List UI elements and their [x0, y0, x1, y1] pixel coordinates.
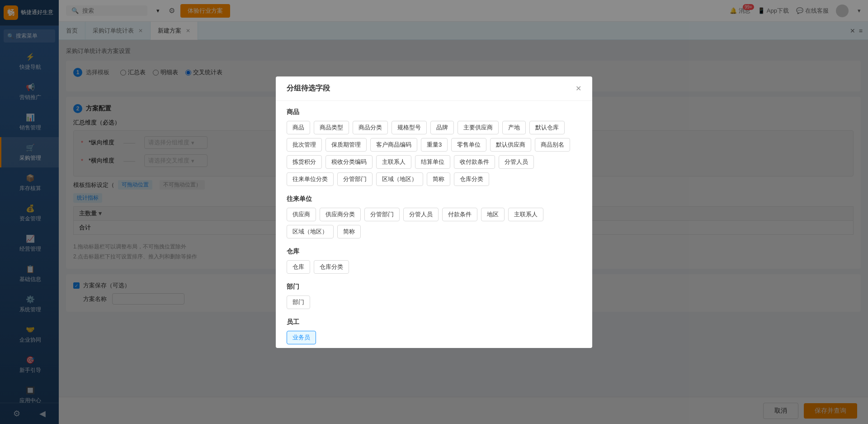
field-tag[interactable]: 仓库 — [287, 260, 310, 274]
modal-close-icon[interactable]: ✕ — [576, 84, 581, 93]
warehouse-tags: 仓库仓库分类 — [287, 260, 581, 274]
field-tag[interactable]: 客户商品编码 — [370, 138, 417, 152]
field-tag[interactable]: 简称 — [427, 172, 450, 186]
field-tag[interactable]: 默认仓库 — [529, 121, 565, 134]
field-tag[interactable]: 结算单位 — [415, 155, 450, 169]
field-tag[interactable]: 仓库分类 — [454, 172, 489, 186]
field-tag[interactable]: 部门 — [287, 295, 310, 309]
modal-overlay: 分组待选字段 ✕ 商品 商品商品类型商品分类规格型号品牌主要供应商产地默认仓库批… — [0, 0, 868, 424]
section-title-partner: 往来单位 — [287, 195, 581, 203]
field-section-dept: 部门 部门 — [287, 283, 581, 309]
field-tag[interactable]: 付款条件 — [442, 208, 477, 221]
section-title-employee: 员工 — [287, 318, 581, 326]
field-tag[interactable]: 重量3 — [421, 138, 448, 152]
field-tag[interactable]: 供应商分类 — [320, 208, 361, 221]
dept-tags: 部门 — [287, 295, 581, 309]
field-tag[interactable]: 规格型号 — [392, 121, 427, 134]
field-tag[interactable]: 往来单位分类 — [287, 172, 334, 186]
field-tag[interactable]: 拣货积分 — [287, 155, 322, 169]
modal-body[interactable]: 商品 商品商品类型商品分类规格型号品牌主要供应商产地默认仓库批次管理保质期管理客… — [276, 101, 592, 348]
field-tag[interactable]: 商品类型 — [314, 121, 349, 134]
field-tag[interactable]: 品牌 — [430, 121, 454, 134]
field-tag[interactable]: 分管人员 — [499, 155, 534, 169]
field-tag[interactable]: 分管部门 — [364, 208, 400, 221]
field-section-employee: 员工 业务员 — [287, 318, 581, 344]
section-title-warehouse: 仓库 — [287, 248, 581, 256]
field-tag[interactable]: 税收分类编码 — [326, 155, 373, 169]
field-tag[interactable]: 区域（地区） — [287, 225, 334, 238]
field-tag[interactable]: 商品 — [287, 121, 310, 134]
field-tag[interactable]: 零售单位 — [451, 138, 486, 152]
field-section-warehouse: 仓库 仓库仓库分类 — [287, 248, 581, 274]
field-tag[interactable]: 供应商 — [287, 208, 316, 221]
field-tag[interactable]: 主联系人 — [376, 155, 411, 169]
field-tag[interactable]: 主联系人 — [508, 208, 543, 221]
field-tag[interactable]: 简称 — [337, 225, 361, 238]
field-tag[interactable]: 收付款条件 — [454, 155, 495, 169]
field-tag[interactable]: 商品别名 — [535, 138, 570, 152]
field-tag[interactable]: 产地 — [502, 121, 526, 134]
field-tag[interactable]: 地区 — [481, 208, 505, 221]
field-section-partner: 往来单位 供应商供应商分类分管部门分管人员付款条件地区主联系人区域（地区）简称 — [287, 195, 581, 238]
field-tag[interactable]: 批次管理 — [287, 138, 322, 152]
modal-header: 分组待选字段 ✕ — [276, 76, 592, 101]
partner-tags: 供应商供应商分类分管部门分管人员付款条件地区主联系人区域（地区）简称 — [287, 208, 581, 238]
field-tag[interactable]: 商品分类 — [353, 121, 388, 134]
section-title-dept: 部门 — [287, 283, 581, 291]
field-tag[interactable]: 分管人员 — [403, 208, 439, 221]
section-title-goods: 商品 — [287, 108, 581, 116]
field-tag[interactable]: 主要供应商 — [458, 121, 499, 134]
field-tag[interactable]: 业务员 — [287, 331, 316, 344]
modal-title: 分组待选字段 — [287, 84, 330, 93]
field-tag[interactable]: 区域（地区） — [376, 172, 423, 186]
field-section-goods: 商品 商品商品类型商品分类规格型号品牌主要供应商产地默认仓库批次管理保质期管理客… — [287, 108, 581, 186]
field-tag[interactable]: 分管部门 — [337, 172, 373, 186]
employee-tags: 业务员 — [287, 331, 581, 344]
field-tag[interactable]: 默认供应商 — [490, 138, 531, 152]
field-tag[interactable]: 仓库分类 — [314, 260, 349, 274]
goods-tags: 商品商品类型商品分类规格型号品牌主要供应商产地默认仓库批次管理保质期管理客户商品… — [287, 121, 581, 186]
modal: 分组待选字段 ✕ 商品 商品商品类型商品分类规格型号品牌主要供应商产地默认仓库批… — [276, 76, 592, 348]
field-tag[interactable]: 保质期管理 — [326, 138, 367, 152]
